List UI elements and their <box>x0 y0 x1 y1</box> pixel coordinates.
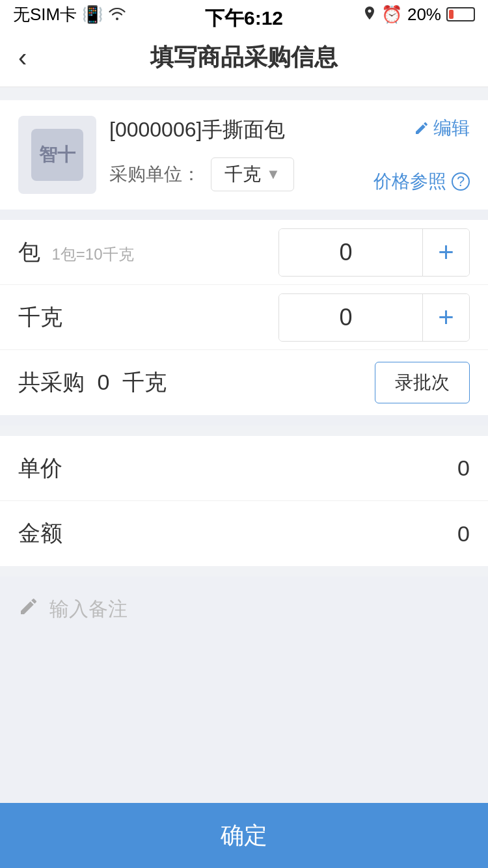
location-icon <box>363 5 376 25</box>
battery-icon <box>446 7 475 21</box>
summary-amount: 0 <box>97 370 109 394</box>
summary-row: 共采购 0 千克 录批次 <box>0 350 488 415</box>
summary-prefix: 共采购 <box>18 370 85 394</box>
unit-price-value: 0 <box>457 455 470 481</box>
summary-text: 共采购 0 千克 <box>18 368 167 398</box>
bag-input-row: 包 1包=10千克 + <box>0 220 488 285</box>
product-image: 智十 <box>18 116 96 194</box>
input-section: 包 1包=10千克 + 千克 + <box>0 220 488 350</box>
edit-label: 编辑 <box>433 116 470 141</box>
kg-input[interactable] <box>279 294 422 341</box>
status-bar: 无SIM卡 📳 下午6:12 ⏰ 20% <box>0 0 488 29</box>
bag-plus-button[interactable]: + <box>422 229 469 276</box>
kg-input-row: 千克 + <box>0 285 488 350</box>
product-card: 智十 [0000006]手撕面包 采购单位： 千克 ▼ 编辑 价格参照 ? <box>0 100 488 210</box>
confirm-button[interactable]: 确定 <box>0 803 488 868</box>
amount-value: 0 <box>457 521 470 547</box>
price-ref-button[interactable]: 价格参照 ? <box>373 169 470 194</box>
price-ref-label: 价格参照 <box>373 169 446 194</box>
unit-value: 千克 <box>224 162 261 187</box>
battery-text: 20% <box>407 5 441 25</box>
pencil-icon <box>18 596 39 622</box>
bag-input[interactable] <box>279 229 422 276</box>
carrier-text: 无SIM卡 <box>13 3 77 26</box>
logo-text: 智十 <box>39 142 75 167</box>
price-ref-info-icon: ? <box>452 172 470 191</box>
unit-label: 采购单位： <box>109 162 200 187</box>
nav-bar: ‹ 填写商品采购信息 <box>0 29 488 87</box>
status-left: 无SIM卡 📳 <box>13 3 126 26</box>
bag-label: 包 1包=10千克 <box>18 237 278 267</box>
unit-arrow-icon: ▼ <box>266 166 280 183</box>
wifi-icon <box>108 5 126 25</box>
page-title: 填写商品采购信息 <box>150 42 338 74</box>
edit-button[interactable]: 编辑 <box>414 116 470 141</box>
separator-1 <box>0 210 488 220</box>
kg-plus-button[interactable]: + <box>422 294 469 341</box>
kg-label: 千克 <box>18 303 278 332</box>
kg-input-wrap: + <box>278 293 470 342</box>
sim-card-icon: 📳 <box>82 5 103 25</box>
alarm-icon: ⏰ <box>381 5 402 25</box>
bag-sub-label: 1包=10千克 <box>51 245 133 263</box>
price-section: 单价 0 金额 0 <box>0 436 488 566</box>
note-section[interactable]: 输入备注 <box>0 576 488 642</box>
amount-label: 金额 <box>18 519 62 549</box>
batch-button[interactable]: 录批次 <box>375 362 470 403</box>
back-button[interactable]: ‹ <box>18 43 27 72</box>
status-time: 下午6:12 <box>205 5 283 32</box>
unit-price-row: 单价 0 <box>0 436 488 501</box>
unit-price-label: 单价 <box>18 454 62 483</box>
product-logo: 智十 <box>31 129 83 181</box>
bag-input-wrap: + <box>278 228 470 277</box>
summary-unit: 千克 <box>122 370 167 394</box>
unit-select[interactable]: 千克 ▼ <box>211 157 294 191</box>
status-right: ⏰ 20% <box>363 5 475 25</box>
separator-2 <box>0 415 488 426</box>
note-placeholder: 输入备注 <box>49 596 128 623</box>
amount-row: 金额 0 <box>0 501 488 566</box>
